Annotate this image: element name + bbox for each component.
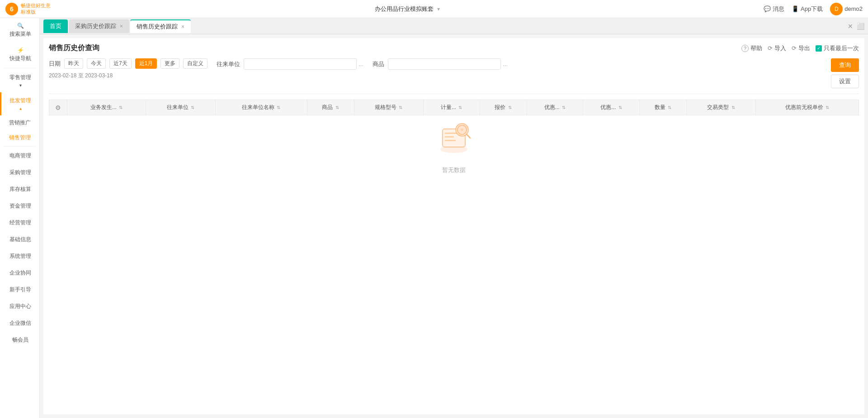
product-input-group: ...	[388, 58, 508, 70]
help-button[interactable]: ? 帮助	[741, 44, 762, 52]
sidebar-item-retail[interactable]: 零售管理 ▾	[0, 69, 39, 92]
sidebar-item-wechat[interactable]: 企业微信	[0, 315, 39, 332]
page-content: 销售历史价查询 ? 帮助 ⟳ 导入 ⟳ 导出	[40, 34, 868, 418]
sidebar-label-purchase: 采购管理	[9, 169, 31, 176]
date-btn-1month[interactable]: 近1月	[135, 58, 157, 69]
sidebar-item-guide[interactable]: 新手引导	[0, 281, 39, 298]
sidebar-item-purchase[interactable]: 采购管理	[0, 164, 39, 181]
sort-icon-product: ⇅	[335, 105, 339, 110]
settings-button[interactable]: 设置	[831, 75, 859, 88]
window-controls: ✕ ⬜	[848, 23, 864, 30]
th-price-label: 报价	[495, 104, 505, 110]
window-maximize-icon[interactable]: ⬜	[857, 23, 864, 30]
export-label: 导出	[798, 44, 810, 52]
product-label: 商品	[373, 60, 384, 68]
product-input[interactable]	[388, 58, 501, 70]
sidebar-label-guide: 新手引导	[9, 286, 31, 294]
sidebar-divider-2	[4, 146, 36, 147]
th-product[interactable]: 商品 ⇅	[307, 100, 354, 115]
th-business-date[interactable]: 业务发生... ⇅	[67, 100, 146, 115]
sidebar-item-shortcut[interactable]: ⚡ 快捷导航	[0, 43, 39, 67]
sidebar-label-basic: 基础信息	[9, 236, 31, 243]
th-price[interactable]: 报价 ⇅	[480, 100, 527, 115]
sidebar-label-search: 搜索菜单	[9, 30, 31, 38]
sort-icon-price: ⇅	[508, 105, 512, 110]
sidebar-item-inventory[interactable]: 库存核算	[0, 181, 39, 198]
logo-text: 畅捷信好生意 标准版	[21, 3, 51, 14]
tab-purchase-history[interactable]: 采购历史价跟踪 ×	[69, 19, 129, 33]
source-unit-input[interactable]	[244, 58, 357, 70]
help-label: 帮助	[750, 44, 762, 52]
app-download-button[interactable]: 📱 App下载	[792, 5, 823, 13]
tab-sales-history[interactable]: 销售历史价跟踪 ×	[130, 19, 191, 33]
table-settings-gear-icon[interactable]: ⚙	[55, 104, 61, 111]
sidebar-item-operation[interactable]: 经营管理	[0, 214, 39, 231]
page-actions: ? 帮助 ⟳ 导入 ⟳ 导出 ✓	[741, 44, 859, 52]
th-unit[interactable]: 计量... ⇅	[424, 100, 480, 115]
checkmark-icon: ✓	[817, 46, 821, 51]
sidebar-item-finance[interactable]: 资金管理	[0, 198, 39, 214]
sidebar-item-basic[interactable]: 基础信息	[0, 231, 39, 248]
message-button[interactable]: 💬 消息	[764, 5, 784, 13]
source-unit-label: 往来单位	[217, 60, 240, 68]
window-close-icon[interactable]: ✕	[848, 23, 853, 30]
product-dots[interactable]: ...	[503, 61, 508, 67]
date-btn-today[interactable]: 今天	[87, 58, 106, 69]
date-btn-more[interactable]: 更多	[160, 58, 179, 69]
sidebar-label-wechat: 企业微信	[9, 319, 31, 327]
th-pre-discount-price[interactable]: 优惠前无税单价 ⇅	[756, 100, 859, 115]
sidebar-item-ecommerce[interactable]: 电商管理	[0, 147, 39, 164]
logo-icon: 6	[5, 3, 18, 15]
date-filter-section: 日期 昨天 今天 近7天 近1月 更多 自定义 2023-02-18 至 202…	[49, 58, 208, 80]
sidebar-item-enterprise[interactable]: 企业协同	[0, 265, 39, 281]
user-profile[interactable]: D demo2	[830, 3, 863, 15]
sort-icon-discount2: ⇅	[618, 105, 622, 110]
main-layout: 🔍 搜索菜单 ⚡ 快捷导航 零售管理 ▾ 批发管理 ▴ 营销推广 销售管理 电商…	[0, 18, 868, 418]
page-inner: 销售历史价查询 ? 帮助 ⟳ 导入 ⟳ 导出	[43, 38, 864, 414]
tab-home[interactable]: 首页	[43, 19, 68, 33]
sidebar: 🔍 搜索菜单 ⚡ 快捷导航 零售管理 ▾ 批发管理 ▴ 营销推广 销售管理 电商…	[0, 18, 40, 418]
sidebar-divider-1	[4, 68, 36, 68]
tab-sales-history-close-icon[interactable]: ×	[181, 24, 184, 30]
workspace-name: 办公用品行业模拟账套	[375, 5, 434, 13]
th-discount1[interactable]: 优惠... ⇅	[527, 100, 583, 115]
tab-purchase-history-label: 采购历史价跟踪	[75, 22, 116, 30]
th-unit-code[interactable]: 往来单位 ⇅	[146, 100, 215, 115]
view-last-checkbox[interactable]: ✓ 只看最后一次	[816, 44, 859, 52]
th-unit-name-label: 往来单位名称	[242, 104, 274, 110]
help-icon: ?	[741, 45, 749, 52]
sidebar-item-member[interactable]: 畅会员	[0, 332, 39, 348]
date-btn-yesterday[interactable]: 昨天	[64, 58, 83, 69]
workspace-selector[interactable]: 办公用品行业模拟账套 ▾	[375, 5, 440, 13]
date-btn-7days[interactable]: 近7天	[109, 58, 132, 69]
date-btn-custom[interactable]: 自定义	[183, 58, 208, 69]
table-settings-th[interactable]: ⚙	[49, 100, 67, 115]
th-unit-name[interactable]: 往来单位名称 ⇅	[215, 100, 307, 115]
sidebar-item-sales[interactable]: 销售管理	[0, 130, 39, 145]
query-button[interactable]: 查询	[831, 58, 859, 72]
sidebar-item-app-center[interactable]: 应用中心	[0, 298, 39, 315]
retail-chevron-down-icon: ▾	[19, 83, 22, 88]
sidebar-item-wholesale[interactable]: 批发管理 ▴	[0, 92, 39, 115]
th-discount2[interactable]: 优惠... ⇅	[583, 100, 640, 115]
export-button[interactable]: ⟳ 导出	[792, 44, 810, 52]
source-unit-dots[interactable]: ...	[359, 61, 363, 67]
th-spec[interactable]: 规格型号 ⇅	[354, 100, 423, 115]
sidebar-item-search[interactable]: 🔍 搜索菜单	[0, 18, 39, 43]
th-unit-label: 计量...	[441, 104, 456, 110]
import-label: 导入	[774, 44, 786, 52]
import-button[interactable]: ⟳ 导入	[768, 44, 786, 52]
th-transaction-type[interactable]: 交易类型 ⇅	[686, 100, 755, 115]
th-quantity[interactable]: 数量 ⇅	[639, 100, 686, 115]
sidebar-label-wholesale: 批发管理	[9, 97, 31, 104]
import-icon: ⟳	[768, 45, 773, 52]
sidebar-label-finance: 资金管理	[9, 202, 31, 210]
sort-icon-spec: ⇅	[399, 105, 402, 110]
page-title: 销售历史价查询	[49, 43, 99, 53]
wholesale-chevron-up-icon: ▴	[19, 106, 22, 111]
page-header: 销售历史价查询 ? 帮助 ⟳ 导入 ⟳ 导出	[49, 43, 859, 53]
tab-purchase-history-close-icon[interactable]: ×	[120, 23, 123, 29]
product-row: 商品 ...	[373, 58, 508, 70]
sidebar-item-marketing[interactable]: 营销推广	[0, 115, 39, 130]
sidebar-item-system[interactable]: 系统管理	[0, 248, 39, 265]
